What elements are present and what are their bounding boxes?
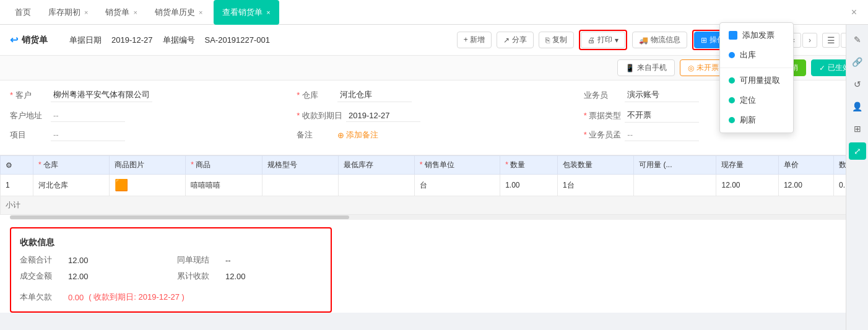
tab-sales-history[interactable]: 销货单历史 × (146, 0, 211, 25)
available-qty-dot (729, 77, 735, 84)
cell-unit-price: 12.00 (778, 175, 833, 196)
customer-value: 柳州粤港平安气体有限公司 (51, 88, 152, 102)
col-current-stock: 现存量 (716, 156, 778, 175)
add-button[interactable]: + 新增 (457, 32, 492, 48)
sales-rep-value: -- (625, 129, 699, 141)
transaction-amount-label: 成交金额 (20, 271, 63, 282)
view-list-button[interactable]: ☰ (822, 33, 840, 48)
logistics-button[interactable]: 🚚 物流信息 (632, 32, 687, 48)
project-field: 项目 -- (10, 129, 284, 141)
scrollbar-thumb (10, 215, 349, 219)
doc-title: ↩ 销货单 (10, 34, 59, 46)
payment-title: 收款信息 (20, 237, 322, 248)
current-balance-label: 本单欠款 (20, 292, 63, 303)
operations-dropdown: 添加发票 出库 可用量提取 定位 刷新 (719, 22, 794, 133)
note-field: 备注 ⊕ 添加备注 (297, 129, 571, 141)
print-icon: 🖨 (588, 36, 595, 45)
share-button[interactable]: ↗ 分享 (497, 32, 534, 48)
cell-index: 1 (1, 175, 33, 196)
transaction-amount-row: 成交金额 12.00 (20, 271, 165, 282)
ticket-type-value: 不开票 (625, 108, 699, 123)
data-table-wrapper: ⚙ 仓库 商品图片 商品 规格型号 最低库存 销售单位 数量 包装数量 可用量 … (0, 155, 868, 215)
col-settings[interactable]: ⚙ (1, 156, 33, 175)
tab-view-sales[interactable]: 查看销货单 × (214, 0, 279, 25)
sidebar-table-icon[interactable]: ⊞ (849, 120, 866, 137)
staff-label: 业务员 (584, 90, 621, 101)
copy-button[interactable]: ⎘ 复制 (539, 32, 574, 48)
cumulative-payment-row: 累计收款 12.00 (177, 271, 322, 282)
add-note-button[interactable]: ⊕ 添加备注 (337, 129, 378, 141)
tab-inventory[interactable]: 库存期初 × (40, 0, 97, 25)
transaction-amount-value: 12.00 (68, 272, 89, 281)
sidebar-user-icon[interactable]: 👤 (849, 98, 866, 115)
due-date-label: 收款到期日 (297, 110, 342, 121)
col-warehouse: 仓库 (33, 156, 110, 175)
cell-unit: 台 (414, 175, 500, 196)
same-order-value: -- (225, 256, 231, 265)
col-spec: 规格型号 (262, 156, 338, 175)
staff-value: 演示账号 (625, 88, 699, 102)
sidebar-refresh-icon[interactable]: ↺ (849, 76, 866, 93)
from-phone-button[interactable]: 📱 来自手机 (617, 59, 675, 76)
effective-icon: ✓ (819, 64, 825, 72)
outbound-dot (729, 52, 735, 58)
due-date-value: 2019-12-27 (346, 110, 420, 122)
cell-qty: 1.00 (500, 175, 558, 196)
data-table: ⚙ 仓库 商品图片 商品 规格型号 最低库存 销售单位 数量 包装数量 可用量 … (0, 155, 868, 215)
invoice-icon (729, 31, 737, 40)
col-unit: 销售单位 (414, 156, 500, 175)
same-order-row: 同单现结 -- (177, 254, 322, 266)
nav-next-button[interactable]: › (802, 33, 817, 48)
address-value: -- (51, 110, 125, 122)
cell-min-stock (338, 175, 414, 196)
warehouse-label: 仓库 (297, 90, 334, 101)
tab-inventory-close[interactable]: × (84, 9, 88, 16)
dropdown-outbound[interactable]: 出库 (720, 45, 793, 65)
print-button[interactable]: 🖨 打印 ▾ (581, 32, 625, 48)
due-note: ( 收款到期日: 2019-12-27 ) (89, 292, 184, 303)
dropdown-refresh[interactable]: 刷新 (720, 110, 793, 130)
tab-sales-history-close[interactable]: × (199, 9, 202, 16)
table-scrollbar[interactable] (10, 215, 858, 220)
sidebar-expand-icon[interactable]: ⤢ (849, 142, 866, 160)
project-label: 项目 (10, 129, 47, 141)
dropdown-locate[interactable]: 定位 (720, 90, 793, 110)
phone-icon: 📱 (625, 64, 635, 72)
total-amount-row: 金额合计 12.00 (20, 254, 165, 266)
date-value: 2019-12-27 (111, 35, 153, 45)
note-label: 备注 (297, 129, 334, 141)
share-icon: ↗ (503, 36, 510, 45)
table-header-row: ⚙ 仓库 商品图片 商品 规格型号 最低库存 销售单位 数量 包装数量 可用量 … (1, 156, 868, 175)
table-row: 1 河北仓库 🟧 嘻嘻嘻嘻 台 1.00 1台 12.00 12.00 0. (1, 175, 868, 196)
tab-sales-close[interactable]: × (133, 9, 137, 16)
col-pack-qty: 包装数量 (558, 156, 634, 175)
cell-current-stock: 12.00 (716, 175, 778, 196)
tab-sales[interactable]: 销货单 × (97, 0, 145, 25)
address-label: 客户地址 (10, 110, 47, 121)
warehouse-field: 仓库 河北仓库 (297, 88, 571, 102)
tab-home[interactable]: 首页 (6, 0, 40, 25)
due-date-field: 收款到期日 2019-12-27 (297, 110, 571, 122)
cumulative-payment-label: 累计收款 (177, 271, 220, 282)
payment-section: 收款信息 金额合计 12.00 同单现结 -- 成交金额 12.00 累计收款 … (10, 227, 332, 313)
ticket-type-label: 票据类型 (584, 110, 622, 121)
dropdown-add-invoice[interactable]: 添加发票 (720, 25, 793, 45)
col-product: 商品 (186, 156, 262, 175)
add-note-icon: ⊕ (337, 131, 344, 140)
tab-bar-close[interactable]: × (846, 7, 862, 18)
warehouse-value: 河北仓库 (337, 88, 412, 102)
doc-icon: ↩ (10, 34, 18, 46)
sidebar-link-icon[interactable]: 🔗 (849, 53, 866, 71)
copy-icon: ⎘ (545, 36, 550, 45)
current-balance-value: 0.00 (68, 293, 84, 302)
dropdown-available-qty[interactable]: 可用量提取 (720, 71, 793, 90)
subtotal-row: 小计 (1, 196, 868, 215)
doc-header: ↩ 销货单 单据日期 2019-12-27 单据编号 SA-20191227-0… (0, 25, 868, 56)
address-field: 客户地址 -- (10, 110, 284, 122)
tab-view-sales-close[interactable]: × (266, 9, 270, 16)
sidebar-edit-icon[interactable]: ✎ (849, 31, 866, 48)
doc-meta: 单据日期 2019-12-27 单据编号 SA-20191227-001 (69, 35, 270, 46)
date-label: 单据日期 (69, 35, 102, 46)
col-image: 商品图片 (110, 156, 186, 175)
right-sidebar: ✎ 🔗 ↺ 👤 ⊞ ⤢ (846, 25, 868, 320)
